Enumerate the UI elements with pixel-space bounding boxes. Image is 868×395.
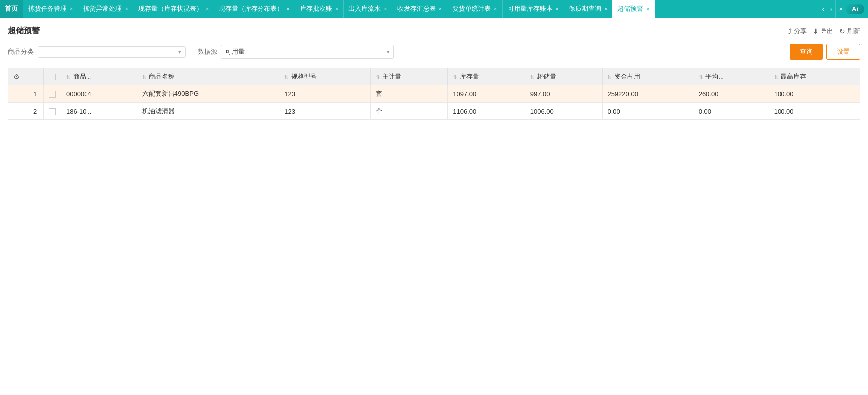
th-checkbox[interactable]: [44, 68, 61, 85]
row1-name: 六配套新昌490BPG: [137, 85, 279, 103]
nav-inventory-dist[interactable]: 现存量（库存分布表） ×: [214, 0, 295, 18]
page-header: 超储预警 ⤴ 分享 ⬇ 导出 ↻ 刷新: [8, 26, 860, 36]
nav-expiry-query-close[interactable]: ×: [604, 6, 607, 12]
nav-inventory-status-close[interactable]: ×: [206, 6, 209, 12]
sort-icon-product-code: ⇅: [66, 74, 70, 79]
nav-arrow-close[interactable]: ×: [835, 0, 846, 18]
category-chevron-icon: ▾: [178, 49, 181, 55]
row1-unit: 套: [370, 85, 448, 103]
gear-icon[interactable]: ⚙: [13, 73, 20, 80]
nav-batch-account[interactable]: 库存批次账 ×: [295, 0, 344, 18]
query-button[interactable]: 查询: [790, 44, 823, 60]
share-button[interactable]: ⤴ 分享: [788, 27, 807, 36]
export-label: 导出: [821, 27, 833, 36]
th-spec[interactable]: ⇅ 规格型号: [279, 68, 370, 85]
nav-available-ledger-label: 可用量库存账本: [508, 4, 553, 13]
datasource-select[interactable]: 可用量 ▾: [221, 45, 394, 59]
row1-checkbox-cell: [44, 85, 61, 103]
export-button[interactable]: ⬇ 导出: [813, 27, 833, 36]
filter-row: 商品分类 ▾ 数据源 可用量 ▾ 查询 设置: [8, 44, 860, 60]
row2-max-stock: 100.00: [769, 103, 860, 120]
th-unit[interactable]: ⇅ 主计量: [370, 68, 448, 85]
sort-icon-unit: ⇅: [376, 74, 380, 79]
th-product-code[interactable]: ⇅ 商品...: [61, 68, 137, 85]
data-table: ⚙ ⇅ 商品... ⇅ 商品名称 ⇅ 规格型号: [8, 68, 860, 120]
page-container: 超储预警 ⤴ 分享 ⬇ 导出 ↻ 刷新 商品分类 ▾ 数据源: [0, 18, 868, 395]
th-avg[interactable]: ⇅ 平均...: [694, 68, 769, 85]
table-header-row: ⚙ ⇅ 商品... ⇅ 商品名称 ⇅ 规格型号: [8, 68, 860, 85]
nav-available-ledger[interactable]: 可用量库存账本 ×: [503, 0, 564, 18]
sort-icon-overstock: ⇅: [530, 74, 534, 79]
refresh-icon: ↻: [839, 27, 845, 35]
nav-arrow-left[interactable]: ‹: [819, 0, 827, 18]
nav-right-area: ‹ › × Ai: [819, 0, 868, 18]
nav-inout-flow-close[interactable]: ×: [384, 6, 387, 12]
nav-overstock-alert-label: 超储预警: [617, 4, 643, 13]
nav-available-ledger-close[interactable]: ×: [556, 6, 559, 12]
th-num: [26, 68, 44, 85]
page-title: 超储预警: [8, 26, 40, 36]
nav-home[interactable]: 首页: [0, 0, 23, 18]
nav-inout-flow[interactable]: 出入库流水 ×: [344, 0, 392, 18]
datasource-label: 数据源: [198, 47, 217, 56]
nav-batch-account-close[interactable]: ×: [335, 6, 338, 12]
nav-expiry-query[interactable]: 保质期查询 ×: [564, 0, 612, 18]
nav-pick-exception-close[interactable]: ×: [125, 6, 128, 12]
row1-checkbox[interactable]: [49, 91, 56, 98]
category-filter-group: 商品分类 ▾: [8, 46, 186, 58]
th-gear[interactable]: ⚙: [8, 68, 26, 85]
share-label: 分享: [794, 27, 807, 36]
nav-overstock-alert[interactable]: 超储预警 ×: [612, 0, 654, 18]
datasource-chevron-icon: ▾: [387, 49, 390, 55]
row2-gear: [8, 103, 26, 120]
table-row: 2 186-10... 机油滤清器 123 个 1106.00 1006.00 …: [8, 103, 860, 120]
header-checkbox[interactable]: [49, 74, 56, 80]
row2-avg: 0.00: [694, 103, 769, 120]
th-unit-label: 主计量: [382, 73, 401, 80]
table-row: 1 0000004 六配套新昌490BPG 123 套 1097.00 997.…: [8, 85, 860, 103]
nav-home-label: 首页: [5, 4, 18, 13]
row1-overstock: 997.00: [525, 85, 603, 103]
nav-expiry-query-label: 保质期查询: [569, 4, 601, 13]
category-select[interactable]: ▾: [38, 46, 186, 58]
th-product-name-label: 商品名称: [149, 73, 174, 80]
nav-batch-account-label: 库存批次账: [300, 4, 332, 13]
setting-button[interactable]: 设置: [826, 44, 860, 60]
nav-overstock-alert-close[interactable]: ×: [646, 6, 649, 12]
row1-capital: 259220.00: [603, 85, 694, 103]
th-product-code-label: 商品...: [73, 73, 91, 80]
nav-inventory-status[interactable]: 现存量（库存状况表） ×: [133, 0, 214, 18]
th-spec-label: 规格型号: [291, 73, 317, 80]
export-icon: ⬇: [813, 27, 819, 35]
datasource-select-value: 可用量: [225, 47, 245, 56]
table-header: ⚙ ⇅ 商品... ⇅ 商品名称 ⇅ 规格型号: [8, 68, 860, 85]
th-capital[interactable]: ⇅ 资金占用: [603, 68, 694, 85]
nav-recv-send-summary-close[interactable]: ×: [439, 6, 442, 12]
th-overstock[interactable]: ⇅ 超储量: [525, 68, 603, 85]
ai-button[interactable]: Ai: [846, 4, 864, 14]
row2-checkbox[interactable]: [49, 108, 56, 115]
nav-pick-task[interactable]: 拣货任务管理 ×: [23, 0, 78, 18]
nav-pick-task-close[interactable]: ×: [70, 6, 73, 12]
nav-order-stats-close[interactable]: ×: [494, 6, 497, 12]
refresh-button[interactable]: ↻ 刷新: [839, 27, 860, 36]
th-stock[interactable]: ⇅ 库存量: [448, 68, 525, 85]
row2-code: 186-10...: [61, 103, 137, 120]
row2-capital: 0.00: [603, 103, 694, 120]
sort-icon-avg: ⇅: [699, 74, 703, 79]
nav-pick-exception[interactable]: 拣货异常处理 ×: [78, 0, 133, 18]
th-overstock-label: 超储量: [537, 73, 556, 80]
nav-inventory-dist-close[interactable]: ×: [286, 6, 289, 12]
th-product-name[interactable]: ⇅ 商品名称: [137, 68, 279, 85]
nav-recv-send-summary[interactable]: 收发存汇总表 ×: [392, 0, 447, 18]
nav-arrow-right[interactable]: ›: [827, 0, 835, 18]
row2-num: 2: [26, 103, 44, 120]
refresh-label: 刷新: [847, 27, 860, 36]
nav-order-stats[interactable]: 要货单统计表 ×: [447, 0, 502, 18]
sort-icon-product-name: ⇅: [142, 74, 146, 79]
th-max-stock[interactable]: ⇅ 最高库存: [769, 68, 860, 85]
share-icon: ⤴: [788, 27, 792, 35]
nav-bar: 首页 拣货任务管理 × 拣货异常处理 × 现存量（库存状况表） × 现存量（库存…: [0, 0, 868, 18]
row1-stock: 1097.00: [448, 85, 525, 103]
th-max-stock-label: 最高库存: [781, 73, 806, 80]
